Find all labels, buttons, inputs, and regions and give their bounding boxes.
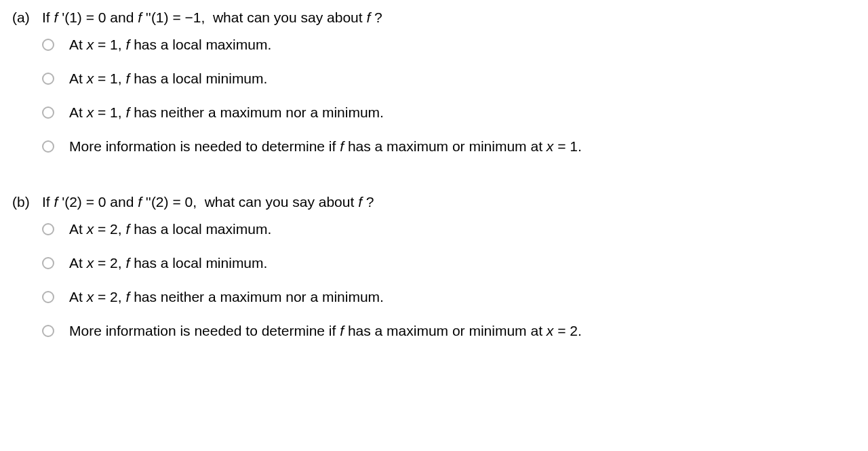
option-a-2[interactable]: At x = 1, f has a local minimum. [42, 71, 856, 87]
question-a-options: At x = 1, f has a local maximum. At x = … [42, 37, 856, 155]
option-a-1-text: At x = 1, f has a local maximum. [69, 37, 271, 53]
option-a-3-text: At x = 1, f has neither a maximum nor a … [69, 104, 384, 121]
option-b-3-text: At x = 2, f has neither a maximum nor a … [69, 289, 384, 305]
radio-icon[interactable] [42, 140, 54, 153]
option-a-3[interactable]: At x = 1, f has neither a maximum nor a … [42, 104, 856, 121]
option-b-1[interactable]: At x = 2, f has a local maximum. [42, 221, 856, 237]
radio-icon[interactable] [42, 73, 54, 85]
option-b-2-text: At x = 2, f has a local minimum. [69, 255, 267, 271]
option-b-4-text: More information is needed to determine … [69, 323, 582, 339]
question-a: (a) If f '(1) = 0 and f ''(1) = −1, what… [12, 9, 856, 155]
question-b-options: At x = 2, f has a local maximum. At x = … [42, 221, 856, 339]
question-a-prompt: (a) If f '(1) = 0 and f ''(1) = −1, what… [12, 9, 856, 26]
option-a-4-text: More information is needed to determine … [69, 138, 582, 155]
radio-icon[interactable] [42, 291, 54, 303]
question-b-text: If f '(2) = 0 and f ''(2) = 0, what can … [42, 194, 374, 210]
radio-icon[interactable] [42, 223, 54, 235]
option-b-4[interactable]: More information is needed to determine … [42, 323, 856, 339]
question-a-label: (a) [12, 9, 42, 26]
option-a-1[interactable]: At x = 1, f has a local maximum. [42, 37, 856, 53]
option-b-2[interactable]: At x = 2, f has a local minimum. [42, 255, 856, 271]
question-b: (b) If f '(2) = 0 and f ''(2) = 0, what … [12, 194, 856, 339]
radio-icon[interactable] [42, 39, 54, 51]
radio-icon[interactable] [42, 106, 54, 119]
question-b-prompt: (b) If f '(2) = 0 and f ''(2) = 0, what … [12, 194, 856, 210]
option-b-1-text: At x = 2, f has a local maximum. [69, 221, 271, 237]
radio-icon[interactable] [42, 325, 54, 337]
radio-icon[interactable] [42, 257, 54, 269]
question-b-label: (b) [12, 194, 42, 210]
option-b-3[interactable]: At x = 2, f has neither a maximum nor a … [42, 289, 856, 305]
question-a-text: If f '(1) = 0 and f ''(1) = −1, what can… [42, 9, 382, 26]
option-a-4[interactable]: More information is needed to determine … [42, 138, 856, 155]
option-a-2-text: At x = 1, f has a local minimum. [69, 71, 267, 87]
